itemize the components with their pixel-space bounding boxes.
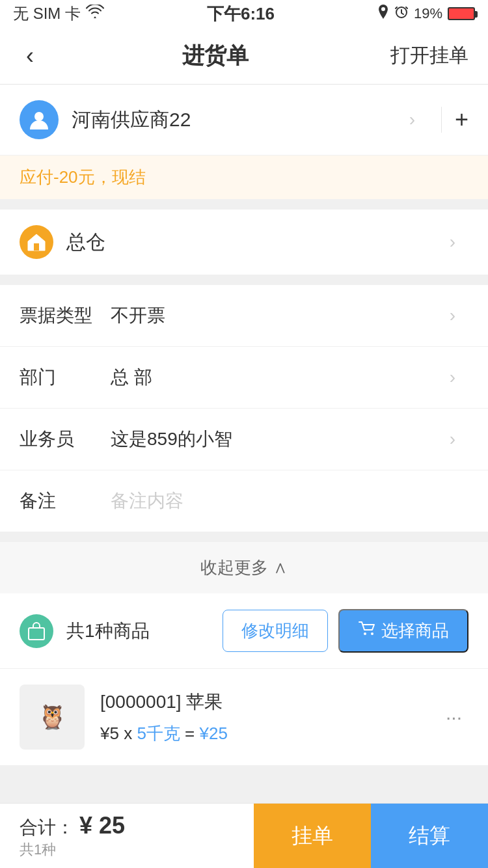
product-section: 共1种商品 修改明细 选择商品 🦉 [0000001] 苹果 ¥5	[0, 593, 488, 765]
supplier-name: 河南供应商22	[72, 107, 409, 133]
avatar	[20, 100, 59, 139]
department-label: 部门	[20, 365, 98, 390]
total-label: 合计：	[20, 815, 74, 840]
alarm-icon	[394, 5, 409, 23]
warehouse-name: 总仓	[66, 229, 450, 256]
invoice-type-row[interactable]: 票据类型 不开票 ›	[0, 285, 488, 347]
back-button[interactable]: ‹	[20, 36, 40, 76]
invoice-label: 票据类型	[20, 303, 98, 328]
more-options-button[interactable]: ···	[439, 699, 468, 735]
page-title: 进货单	[182, 41, 249, 71]
svg-point-4	[364, 632, 366, 635]
supplier-card: 河南供应商22 › + 应付-20元，现结	[0, 85, 488, 199]
remark-label: 备注	[20, 489, 98, 513]
product-price: ¥5 x 5千克 = ¥25	[100, 722, 439, 745]
bottom-bar: 合计： ¥ 25 共1种 挂单 结算	[0, 803, 488, 868]
chevron-right-icon: ›	[450, 305, 455, 326]
total-amount: ¥ 25	[79, 812, 125, 839]
product-item: 🦉 [0000001] 苹果 ¥5 x 5千克 = ¥25 ···	[0, 669, 488, 765]
owl-logo: 🦉	[38, 703, 67, 731]
status-left: 无 SIM 卡	[13, 3, 104, 24]
collapse-button[interactable]: 收起更多 ∧	[0, 542, 488, 593]
product-name: [0000001] 苹果	[100, 690, 439, 714]
cart-icon	[358, 621, 376, 641]
total-top: 合计： ¥ 25	[20, 812, 234, 840]
status-time: 下午6:16	[207, 3, 275, 25]
product-count: 共1种商品	[66, 619, 223, 644]
main-content: 河南供应商22 › + 应付-20元，现结 总仓 › 票据类型 不开票 › 部门…	[0, 85, 488, 841]
select-product-button[interactable]: 选择商品	[338, 609, 468, 653]
hang-button[interactable]: 挂单	[254, 804, 371, 868]
status-bar: 无 SIM 卡 下午6:16 19%	[0, 0, 488, 27]
product-icon	[20, 614, 53, 648]
chevron-right-icon: ›	[450, 232, 455, 252]
chevron-right-icon: ›	[450, 429, 455, 450]
salesman-row[interactable]: 业务员 这是859的小智 ›	[0, 409, 488, 470]
chevron-right-icon: ›	[450, 367, 455, 388]
warehouse-icon	[20, 225, 53, 259]
svg-rect-2	[34, 243, 39, 251]
location-icon	[377, 5, 389, 23]
remark-input[interactable]: 备注内容	[111, 489, 468, 513]
form-card: 票据类型 不开票 › 部门 总 部 › 业务员 这是859的小智 › 备注 备注…	[0, 285, 488, 532]
department-row[interactable]: 部门 总 部 ›	[0, 347, 488, 409]
chevron-right-icon: ›	[409, 109, 415, 130]
battery-text: 19%	[414, 5, 442, 22]
invoice-value: 不开票	[111, 303, 450, 328]
warehouse-row[interactable]: 总仓 ›	[0, 210, 488, 275]
battery-icon	[448, 7, 475, 20]
supplier-row[interactable]: 河南供应商22 › +	[0, 85, 488, 156]
product-info: [0000001] 苹果 ¥5 x 5千克 = ¥25	[100, 690, 439, 745]
svg-point-5	[371, 632, 373, 635]
wifi-icon	[86, 5, 104, 23]
product-thumbnail: 🦉	[20, 685, 85, 750]
sim-text: 无 SIM 卡	[13, 3, 81, 24]
remark-row[interactable]: 备注 备注内容	[0, 470, 488, 532]
total-section: 合计： ¥ 25 共1种	[0, 804, 254, 868]
select-product-label: 选择商品	[381, 619, 449, 642]
svg-point-1	[34, 112, 44, 121]
department-value: 总 部	[111, 365, 450, 390]
salesman-label: 业务员	[20, 427, 98, 452]
divider	[441, 107, 442, 133]
warehouse-card: 总仓 ›	[0, 210, 488, 275]
debt-notice: 应付-20元，现结	[0, 156, 488, 199]
status-right: 19%	[377, 5, 475, 23]
nav-bar: ‹ 进货单 打开挂单	[0, 27, 488, 85]
add-supplier-button[interactable]: +	[455, 106, 468, 133]
total-count: 共1种	[20, 840, 234, 860]
salesman-value: 这是859的小智	[111, 427, 450, 452]
product-header: 共1种商品 修改明细 选择商品	[0, 593, 488, 669]
edit-detail-button[interactable]: 修改明细	[223, 610, 328, 652]
checkout-button[interactable]: 结算	[371, 804, 488, 868]
svg-rect-3	[29, 628, 44, 640]
open-hang-button[interactable]: 打开挂单	[390, 42, 468, 69]
